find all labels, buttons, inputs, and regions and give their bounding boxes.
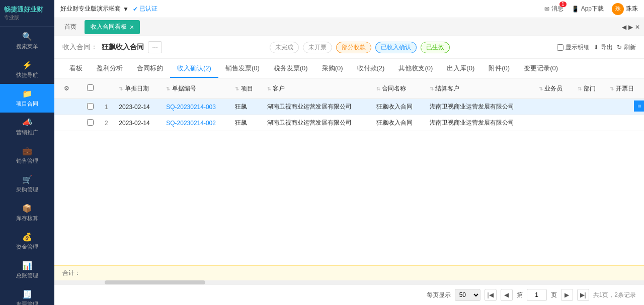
sidebar-item-3[interactable]: 📣营销推广: [0, 113, 54, 141]
message-icon: ✉: [544, 6, 549, 13]
sidebar-item-2[interactable]: 📁项目合同: [0, 84, 54, 113]
row-staff-1: [534, 115, 573, 131]
sidebar-item-6[interactable]: 📦库存核算: [0, 198, 54, 227]
status-partial[interactable]: 部分收款: [336, 42, 371, 53]
export-tool[interactable]: ⬇ 导出: [594, 43, 613, 52]
tab-purchase[interactable]: 采购(0): [315, 59, 350, 78]
sidebar-item-5[interactable]: 🛒采购管理: [0, 170, 54, 198]
app-download-action[interactable]: 📱 App下载: [572, 5, 604, 13]
date-sort-icon[interactable]: ⇅: [119, 86, 123, 91]
table-container: ⚙ ⇅ 单据日期 ⇅ 单据编号: [54, 78, 644, 265]
row-checkbox-1[interactable]: [82, 115, 99, 131]
project-sort-icon[interactable]: ⇅: [235, 86, 239, 91]
status-active[interactable]: 已生效: [421, 42, 450, 53]
row-check-1[interactable]: [87, 119, 94, 126]
status-incomplete[interactable]: 未完成: [270, 42, 299, 53]
tab-next-icon[interactable]: ▶: [628, 24, 633, 31]
th-customer-label: 客户: [273, 85, 285, 92]
horizontal-scrollbar[interactable]: [54, 280, 644, 284]
topbar: 好业财专业版演示帐套 ▼ ✔ 已认证 ✉ 1 消息 📱 App下载 珠 珠珠: [54, 0, 644, 18]
tab-contract-subject[interactable]: 合同标的: [130, 59, 170, 78]
refresh-tool[interactable]: ↻ 刷新: [617, 43, 636, 52]
tab-attachment[interactable]: 附件(0): [481, 59, 517, 78]
show-detail-checkbox[interactable]: [557, 44, 564, 51]
settings-icon[interactable]: ⚙: [59, 82, 73, 94]
sidebar-label-6: 库存核算: [16, 215, 38, 222]
row-dept-0: [573, 99, 605, 115]
contract-sort-icon[interactable]: ⇅: [376, 86, 380, 91]
float-action-btn[interactable]: ≡: [634, 100, 644, 112]
sidebar-item-4[interactable]: 💼销售管理: [0, 141, 54, 170]
th-staff: ⇅ 业务员: [534, 78, 573, 99]
row-code-0[interactable]: SQ-20230214-003: [161, 99, 230, 115]
th-date: ⇅ 单据日期: [114, 78, 161, 99]
total-label: 合计：: [62, 269, 80, 277]
tab-other-income[interactable]: 其他收支(0): [391, 59, 440, 78]
row-customer-0: 湖南卫视商业运营发展有限公司: [262, 99, 371, 115]
table-row[interactable]: 2 2023-02-14 SQ-20230214-002 狂飙 湖南卫视商业运营…: [54, 115, 644, 131]
tab-payment[interactable]: 收付款(2): [350, 59, 392, 78]
page-input[interactable]: [527, 289, 547, 301]
th-code: ⇅ 单据编号: [161, 78, 230, 99]
user-menu[interactable]: 珠 珠珠: [612, 3, 638, 15]
company-selector[interactable]: 好业财专业版演示帐套 ▼: [60, 5, 129, 13]
status-confirmed[interactable]: 已收入确认: [375, 42, 417, 53]
tab-profit[interactable]: 盈利分析: [90, 59, 130, 78]
code-sort-icon[interactable]: ⇅: [166, 86, 170, 91]
staff-sort-icon[interactable]: ⇅: [539, 86, 543, 91]
logo-text: 畅捷通好业财: [4, 5, 50, 14]
prev-page-btn[interactable]: ◀: [501, 289, 513, 301]
last-page-btn[interactable]: ▶|: [577, 289, 589, 301]
tab-income-confirm[interactable]: 收入确认(2): [170, 59, 218, 78]
row-code-link-1[interactable]: SQ-20230214-002: [166, 120, 216, 127]
per-page-select[interactable]: 20 50 100: [455, 289, 480, 301]
row-code-1[interactable]: SQ-20230214-002: [161, 115, 230, 131]
th-open-date: ⇅ 开票日: [605, 78, 644, 99]
tab-tax-invoice[interactable]: 税务发票(0): [267, 59, 315, 78]
tab-kanban[interactable]: 看板: [62, 59, 90, 78]
show-detail-tool[interactable]: 显示明细: [557, 43, 590, 52]
sidebar-item-9[interactable]: 🧾发票管理: [0, 284, 54, 305]
status-no-invoice[interactable]: 未开票: [303, 42, 332, 53]
scrollbar-thumb[interactable]: [105, 280, 205, 284]
open-date-sort-icon[interactable]: ⇅: [610, 86, 614, 91]
row-code-link-0[interactable]: SQ-20230214-003: [166, 104, 216, 111]
next-page-btn[interactable]: ▶: [561, 289, 573, 301]
tab-home[interactable]: 首页: [58, 20, 83, 34]
sidebar-label-8: 总账管理: [16, 272, 38, 279]
sidebar-item-0[interactable]: 🔍搜索菜单: [0, 27, 54, 55]
table-body: 1 2023-02-14 SQ-20230214-003 狂飙 湖南卫视商业运营…: [54, 99, 644, 131]
main-area: 好业财专业版演示帐套 ▼ ✔ 已认证 ✉ 1 消息 📱 App下载 珠 珠珠: [54, 0, 644, 305]
message-badge: 1: [559, 2, 567, 7]
customer-sort-icon[interactable]: ⇅: [267, 86, 271, 91]
row-customer-1: 湖南卫视商业运营发展有限公司: [262, 115, 371, 131]
sidebar-item-8[interactable]: 📊总账管理: [0, 256, 54, 284]
user-name: 珠珠: [626, 5, 638, 13]
settle-sort-icon[interactable]: ⇅: [430, 86, 434, 91]
sidebar-item-7[interactable]: 💰资金管理: [0, 227, 54, 256]
sidebar-icon-2: 📁: [22, 89, 32, 98]
select-all-checkbox[interactable]: [87, 84, 94, 91]
user-avatar: 珠: [612, 3, 624, 15]
tab-warehouse[interactable]: 出入库(0): [440, 59, 481, 78]
first-page-btn[interactable]: |◀: [485, 289, 497, 301]
row-project-1: 狂飙: [230, 115, 262, 131]
row-check-0[interactable]: [87, 103, 94, 110]
tab-prev-icon[interactable]: ◀: [622, 24, 626, 31]
tab-sales-invoice[interactable]: 销售发票(0): [218, 59, 267, 78]
row-settings-0: [54, 99, 82, 115]
tab-contract-board[interactable]: 收入合同看板 ×: [85, 20, 140, 34]
tab-close-all-icon[interactable]: ✕: [635, 24, 640, 31]
tab-close-icon[interactable]: ×: [130, 23, 134, 31]
tab-change-log[interactable]: 变更记录(0): [517, 59, 565, 78]
more-button[interactable]: ···: [148, 41, 162, 53]
row-settings-1: [54, 115, 82, 131]
table-row[interactable]: 1 2023-02-14 SQ-20230214-003 狂飙 湖南卫视商业运营…: [54, 99, 644, 115]
sidebar-icon-4: 💼: [22, 146, 32, 156]
row-checkbox-0[interactable]: [82, 99, 99, 115]
message-action[interactable]: ✉ 1 消息: [544, 5, 564, 13]
phone-icon: 📱: [572, 6, 579, 13]
dept-sort-icon[interactable]: ⇅: [578, 86, 582, 91]
sidebar-item-1[interactable]: ⚡快捷导航: [0, 55, 54, 84]
tab-bar: 首页 收入合同看板 × ◀ ▶ ✕: [54, 18, 644, 36]
